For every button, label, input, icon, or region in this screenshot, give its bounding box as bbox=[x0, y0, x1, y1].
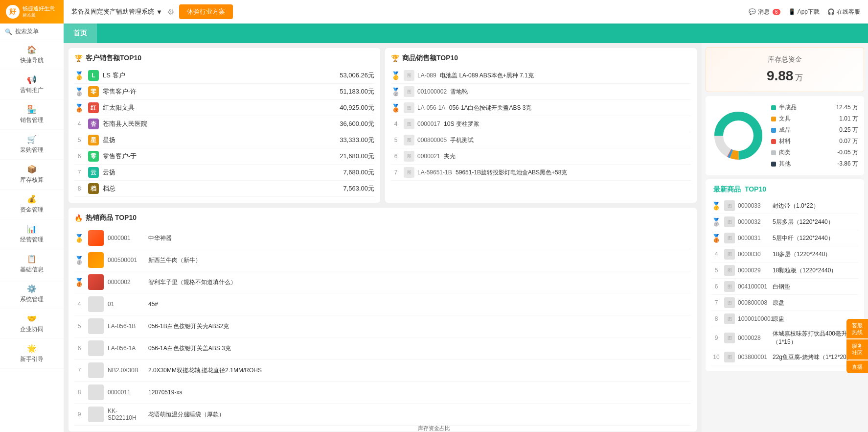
rank-badge: L bbox=[88, 70, 99, 81]
sidebar-item-inventory[interactable]: 📦 库存核算 bbox=[0, 160, 64, 190]
sidebar-item-basic[interactable]: 📋 基础信息 bbox=[0, 249, 64, 279]
online-service-button[interactable]: 🎧 在线客服 bbox=[827, 8, 860, 16]
right-panel: 库存总资金 9.88 万 bbox=[702, 43, 868, 432]
product-name: 056-1A白色按键开关盖ABS 3克 bbox=[148, 344, 691, 353]
list-item: 8 图 10000100001 原盅 bbox=[711, 311, 858, 327]
chart-legend: 半成品 12.45 万 文具 1.01 万 成品 0.25 万 bbox=[771, 102, 858, 169]
list-item: 5 LA-056-1B 056-1B白色按键开关壳ABS2克 bbox=[74, 315, 691, 337]
rank-number: 6 bbox=[391, 153, 401, 160]
legend-item: 成品 0.25 万 bbox=[771, 124, 858, 136]
message-button[interactable]: 💬 消息 6 bbox=[749, 8, 780, 16]
product-img: 图 bbox=[404, 151, 414, 162]
legend-value: -3.86 万 bbox=[837, 160, 858, 168]
rank-number: 4 bbox=[74, 301, 84, 308]
service-icon: 🎧 bbox=[827, 8, 835, 15]
logo-name: 畅捷通好生意 bbox=[23, 5, 55, 12]
legend-color bbox=[771, 162, 776, 167]
sales-icon: 🏪 bbox=[27, 105, 37, 114]
sidebar-item-guide[interactable]: 🌟 新手引导 bbox=[0, 339, 64, 369]
tab-home[interactable]: 首页 bbox=[64, 24, 97, 43]
product-code: 004100001 bbox=[738, 283, 770, 290]
product-code: 10000100001 bbox=[738, 315, 770, 322]
product-code: 0000021 bbox=[417, 153, 440, 160]
sidebar-item-collab[interactable]: 🤝 企业协同 bbox=[0, 309, 64, 339]
sidebar-item-purchase[interactable]: 🛒 采购管理 bbox=[0, 130, 64, 160]
live-button[interactable]: 直播 bbox=[846, 360, 868, 373]
table-row: 4 图 0000017 10S 变柱罗浆 bbox=[391, 116, 691, 132]
rank-number: 5 bbox=[711, 267, 721, 274]
online-service-label: 在线客服 bbox=[837, 8, 860, 16]
rank-number: 6 bbox=[74, 345, 84, 352]
app-download-button[interactable]: 📱 App下载 bbox=[788, 8, 820, 16]
list-item: 10 图 003800001 22g鱼豆腐-烧烤味（1*12*20） bbox=[711, 349, 858, 365]
rank-number: 7 bbox=[711, 299, 721, 306]
legend-name: 成品 bbox=[779, 126, 836, 134]
list-item: 6 LA-056-1A 056-1A白色按键开关盖ABS 3克 bbox=[74, 337, 691, 360]
product-thumbnail bbox=[88, 407, 104, 422]
sidebar-item-finance[interactable]: 💰 资金管理 bbox=[0, 190, 64, 219]
product-name: 原盅 bbox=[773, 315, 858, 323]
product-name: 夹壳 bbox=[444, 153, 456, 160]
product-thumbnail: 图 bbox=[724, 216, 735, 227]
rank-number: 8 bbox=[711, 315, 721, 322]
product-code: LA-056-1A bbox=[108, 345, 144, 352]
latest-products-card: 最新商品 TOP10 🥇 图 0000033 封边带（1.0*22） 🥈 图 0… bbox=[706, 179, 864, 371]
product-info: 0000021 夹壳 bbox=[417, 152, 691, 161]
operation-icon: 📊 bbox=[27, 224, 37, 234]
product-code: LA-59651-1B bbox=[417, 169, 452, 176]
product-code: 000800005 bbox=[417, 137, 447, 144]
product-name: 中华神器 bbox=[148, 234, 691, 242]
table-row: 5 图 000800005 手机测试 bbox=[391, 132, 691, 148]
search-menu[interactable]: 🔍 搜索菜单 bbox=[0, 24, 64, 40]
customer-amount: 21,680.00元 bbox=[340, 152, 374, 161]
customer-hotline-button[interactable]: 客服热线 bbox=[846, 319, 868, 339]
settings-icon[interactable]: ⚙ bbox=[167, 7, 174, 17]
list-item: 5 图 0000029 18颗粒板（1220*2440） bbox=[711, 263, 858, 279]
table-row: 🥇 图 LA-089 电池盖 LA-089 ABS本色+黑种 7.1克 bbox=[391, 68, 691, 84]
product-img: 图 bbox=[404, 135, 414, 145]
product-name: 花语萌恒温分腿睡袋（厚款） bbox=[148, 410, 691, 419]
medal-icon: 🥈 bbox=[74, 87, 84, 96]
service-community-button[interactable]: 服务社区 bbox=[846, 339, 868, 360]
product-info: LA-59651-1B 59651-1B旋转投影灯电池盒ABS黑色+58克 bbox=[417, 168, 691, 177]
customer-name: 苍南县人民医院 bbox=[103, 120, 336, 128]
message-icon: 💬 bbox=[749, 8, 756, 15]
sidebar-item-marketing[interactable]: 📢 营销推广 bbox=[0, 70, 64, 100]
product-code: 001000002 bbox=[417, 88, 447, 95]
sidebar-item-home[interactable]: 🏠 快捷导航 bbox=[0, 40, 64, 70]
message-label: 消息 bbox=[758, 8, 770, 16]
product-thumbnail: 图 bbox=[724, 352, 735, 362]
list-item: 6 图 004100001 白钢垫 bbox=[711, 279, 858, 295]
product-info: 001000002 雪地靴 bbox=[417, 88, 691, 96]
list-item: 🥇 图 0000033 封边带（1.0*22） bbox=[711, 198, 858, 214]
inventory-total-card: 库存总资金 9.88 万 bbox=[706, 47, 864, 92]
medal-icon: 🥇 bbox=[74, 71, 84, 80]
product-thumbnail: 图 bbox=[724, 297, 735, 308]
hot-products-card: 🔥 热销商品 TOP10 🥇 0000001 中华神器 🥈 000500001 bbox=[69, 208, 697, 432]
table-row: 6 零 零售客户-于 21,680.00元 bbox=[74, 148, 374, 165]
app-download-label: App下载 bbox=[798, 8, 820, 16]
rank-number: 5 bbox=[391, 137, 401, 144]
system-title-dropdown[interactable]: 装备及固定资产辅助管理系统 ▼ bbox=[71, 7, 162, 16]
product-thumbnail: 图 bbox=[724, 333, 735, 343]
sidebar-item-system[interactable]: ⚙️ 系统管理 bbox=[0, 279, 64, 309]
customer-ranking-title: 🏆 客户销售额TOP10 bbox=[74, 54, 374, 63]
product-info: LA-056-1A 056-1A白色按键开关盖ABS 3克 bbox=[417, 104, 691, 112]
rank-badge: 星 bbox=[88, 135, 99, 145]
list-item: 9 图 0000028 体城嘉枝味苏打饮品400毫升（1*15） bbox=[711, 327, 858, 349]
product-name: 白钢垫 bbox=[773, 283, 858, 291]
inventory-unit: 万 bbox=[795, 73, 803, 82]
sidebar-item-operation[interactable]: 📊 经营管理 bbox=[0, 219, 64, 249]
table-row: 🥇 L LS 客户 53,006.26元 bbox=[74, 68, 374, 84]
medal-icon: 🥇 bbox=[711, 201, 721, 211]
product-name: 18颗粒板（1220*2440） bbox=[773, 266, 858, 275]
product-name: 雪地靴 bbox=[450, 88, 468, 95]
product-img: 图 bbox=[404, 119, 414, 129]
product-thumbnail: 图 bbox=[724, 281, 735, 292]
table-row: 5 星 星扬 33,333.00元 bbox=[74, 132, 374, 148]
trial-button[interactable]: 体验行业方案 bbox=[179, 4, 233, 19]
customer-amount: 7,563.00元 bbox=[343, 184, 374, 193]
sidebar-item-sales[interactable]: 🏪 销售管理 bbox=[0, 100, 64, 130]
product-name: 5层中纤（1220*2440） bbox=[773, 234, 858, 242]
product-info: 0000017 10S 变柱罗浆 bbox=[417, 120, 691, 128]
